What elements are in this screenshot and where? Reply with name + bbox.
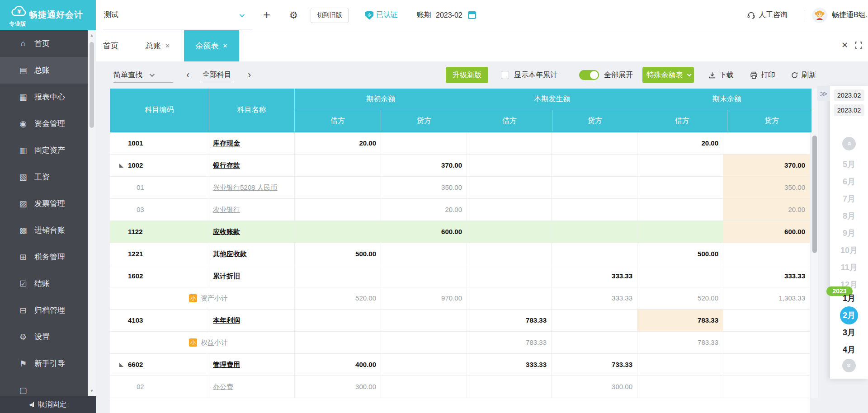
- prev-account-icon[interactable]: ‹: [186, 61, 189, 89]
- tab-general-ledger[interactable]: 总账✕: [146, 30, 170, 61]
- col-header-closing-debit[interactable]: 借方: [637, 110, 727, 131]
- tab-balance-sheet[interactable]: 余额表✕: [184, 30, 239, 61]
- sidebar-item-税务管理[interactable]: ⊞税务管理: [0, 244, 88, 270]
- scroll-up-arrow-icon[interactable]: ▲: [88, 33, 96, 38]
- table-row[interactable]: 1122应收账款600.00600.00: [110, 221, 810, 243]
- account-name-link[interactable]: 累计折旧: [213, 272, 240, 280]
- table-row[interactable]: 6602管理费用400.00333.33733.33: [110, 354, 810, 376]
- col-header-account-name[interactable]: 科目名称: [209, 89, 295, 131]
- cell-bq_d: [552, 243, 637, 265]
- col-header-closing-credit[interactable]: 贷方: [727, 110, 817, 131]
- sidebar-item-设置[interactable]: ⚙设置: [0, 324, 88, 350]
- sidebar-scrollbar-thumb[interactable]: [90, 42, 94, 128]
- months-scroll-up-button[interactable]: »: [842, 137, 856, 150]
- fullscreen-icon[interactable]: [854, 41, 863, 49]
- table-vertical-scrollbar[interactable]: [811, 89, 818, 398]
- table-row[interactable]: 03农业银行20.0020.00: [110, 199, 810, 221]
- refresh-button[interactable]: 刷新: [791, 61, 816, 89]
- col-header-opening-debit[interactable]: 借方: [295, 110, 381, 131]
- account-name-link[interactable]: 本年利润: [213, 316, 240, 324]
- switch-old-version-button[interactable]: 切到旧版: [311, 8, 349, 23]
- close-tab-icon[interactable]: ✕: [165, 42, 170, 49]
- search-mode-select[interactable]: 简单查找: [113, 61, 153, 89]
- cell-qm_j: [637, 199, 723, 221]
- sidebar-item-发票管理[interactable]: ▨发票管理: [0, 190, 88, 217]
- table-row[interactable]: 小资产小计520.00970.00333.33520.001,303.33: [110, 287, 810, 310]
- months-scroll-down-button[interactable]: »: [842, 359, 856, 372]
- org-chevron-down-icon[interactable]: [240, 0, 243, 30]
- sidebar-item-新手引导[interactable]: ⚑新手引导: [0, 350, 88, 377]
- close-all-icon[interactable]: ✕: [841, 40, 848, 50]
- sidebar-item-首页[interactable]: ⌂首页: [0, 30, 88, 57]
- table-row[interactable]: 01兴业银行5208 人民币350.00350.00: [110, 177, 810, 199]
- support-button[interactable]: 人工咨询: [747, 0, 788, 30]
- print-button[interactable]: 打印: [750, 61, 775, 89]
- col-header-account-code[interactable]: 科目编码: [110, 89, 209, 131]
- month-item-11月: 11月: [830, 259, 868, 276]
- table-row[interactable]: 1602累计折旧333.33333.33: [110, 265, 810, 287]
- expand-all-toggle[interactable]: [579, 70, 599, 80]
- show-ytd-checkbox[interactable]: [501, 71, 509, 79]
- period-end-field[interactable]: 2023.02: [834, 104, 864, 116]
- add-button[interactable]: +: [263, 0, 270, 30]
- download-button[interactable]: 下载: [708, 61, 734, 89]
- sidebar-item-结账[interactable]: ☑结账: [0, 270, 88, 297]
- cell-account-name: 库存现金: [209, 132, 295, 154]
- period-start-field[interactable]: 2023.02: [834, 89, 864, 101]
- table-row[interactable]: 1001库存现金20.0020.00: [110, 132, 810, 155]
- sidebar-item-label: 资金管理: [34, 118, 65, 129]
- cell-qc_j: 400.00: [295, 354, 381, 375]
- cell-bq_d: [552, 221, 637, 243]
- table-row[interactable]: 小权益小计783.33783.33: [110, 332, 810, 354]
- username[interactable]: 畅捷通B组...: [832, 0, 868, 30]
- month-item-1月[interactable]: 1月: [830, 290, 868, 307]
- table-scrollbar-thumb[interactable]: [812, 136, 817, 253]
- calendar-icon[interactable]: [468, 11, 476, 19]
- sidebar-item-进销台账[interactable]: ▩进销台账: [0, 217, 88, 244]
- account-name-link[interactable]: 库存现金: [213, 139, 240, 147]
- balance-table: 科目编码 科目名称 期初余额 借方 贷方 本期发生额 借方 贷方: [110, 89, 810, 413]
- account-name-link[interactable]: 农业银行: [213, 206, 240, 213]
- sidebar-item-资金管理[interactable]: ◉资金管理: [0, 110, 88, 137]
- org-selector[interactable]: 测试: [104, 0, 118, 30]
- table-row[interactable]: 02办公费300.00300.00: [110, 376, 810, 398]
- col-header-period-credit[interactable]: 贷方: [552, 110, 637, 131]
- sidebar-item-工资[interactable]: ▧工资: [0, 164, 88, 190]
- sidebar-item-归档管理[interactable]: ⊟归档管理: [0, 297, 88, 324]
- table-row[interactable]: 4103本年利润783.33783.33: [110, 310, 810, 332]
- certified-badge[interactable]: 企 已认证: [365, 0, 398, 30]
- month-item-4月[interactable]: 4月: [830, 341, 868, 358]
- cell-bq_j: 783.33: [467, 310, 552, 331]
- collapse-triangle-icon[interactable]: [119, 363, 123, 367]
- period-value[interactable]: 2023-02: [436, 11, 462, 19]
- collapse-triangle-icon[interactable]: [119, 164, 123, 168]
- sidebar-item-报表中心[interactable]: ▦报表中心: [0, 84, 88, 110]
- month-item-3月[interactable]: 3月: [830, 324, 868, 341]
- unpin-sidebar-button[interactable]: ◀ 取消固定: [0, 396, 96, 413]
- account-name-link[interactable]: 兴业银行5208 人民币: [213, 183, 278, 191]
- scroll-down-arrow-icon[interactable]: ▼: [88, 389, 96, 393]
- month-item-2月[interactable]: 2月: [840, 306, 858, 324]
- next-account-icon[interactable]: ›: [248, 61, 251, 89]
- col-header-period-debit[interactable]: 借方: [467, 110, 552, 131]
- account-scope-select[interactable]: 全部科目: [201, 68, 233, 82]
- table-row[interactable]: 1002银行存款370.00370.00: [110, 155, 810, 177]
- account-name-link[interactable]: 银行存款: [213, 161, 240, 169]
- close-tab-icon[interactable]: ✕: [223, 42, 228, 49]
- gear-icon[interactable]: ⚙: [289, 0, 298, 30]
- account-name-link[interactable]: 应收账款: [213, 228, 240, 235]
- tab-home[interactable]: 首页: [103, 30, 118, 61]
- upgrade-button[interactable]: 升级新版: [446, 67, 488, 83]
- table-row[interactable]: 1221其他应收款500.00500.00: [110, 243, 810, 265]
- avatar[interactable]: [812, 0, 827, 30]
- account-name-link[interactable]: 办公费: [213, 383, 233, 390]
- col-header-opening-credit[interactable]: 贷方: [381, 110, 467, 131]
- sidebar-scrollbar[interactable]: ▲ ▼: [88, 30, 96, 396]
- special-balance-button[interactable]: 特殊余额表: [642, 67, 694, 83]
- collapse-date-panel-button[interactable]: ≫: [817, 86, 830, 101]
- sidebar-item-总账[interactable]: ▤总账: [0, 57, 88, 84]
- account-name-link[interactable]: 其他应收款: [213, 250, 247, 258]
- toolbar: 简单查找 ‹ 全部科目 › 升级新版 显示本年累计 全部展开 特殊余额表 下载 …: [96, 61, 868, 89]
- sidebar-item-固定资产[interactable]: ▥固定资产: [0, 137, 88, 164]
- account-name-link[interactable]: 管理费用: [213, 361, 240, 368]
